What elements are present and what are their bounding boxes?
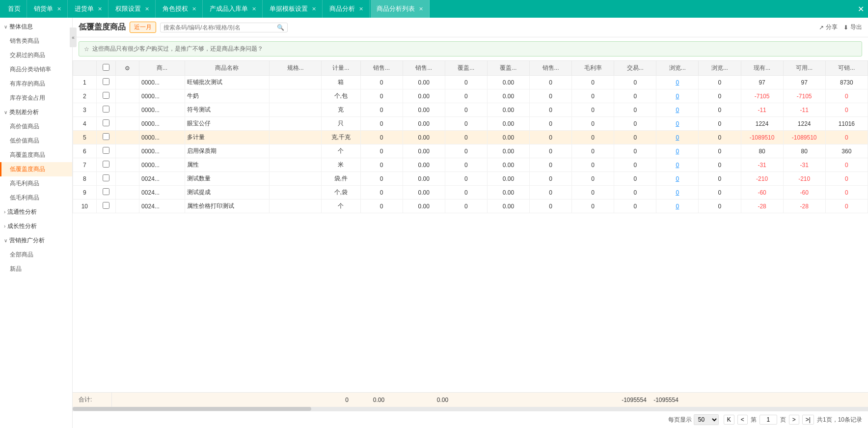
row-checkbox[interactable] bbox=[103, 106, 109, 113]
sidebar-item-all-goods[interactable]: 全部商品 bbox=[0, 248, 72, 262]
sidebar-item-high-profit[interactable]: 高毛利商品 bbox=[0, 176, 72, 191]
row-checkbox[interactable] bbox=[103, 92, 109, 99]
close-tab-permissions[interactable]: ✕ bbox=[145, 6, 149, 12]
col-cov1-header[interactable]: 覆盖... bbox=[445, 61, 487, 76]
sidebar-item-sales-rate[interactable]: 商品分类动销率 bbox=[0, 62, 72, 77]
col-checkbox[interactable] bbox=[96, 61, 116, 76]
cell-browse1[interactable]: 0 bbox=[656, 172, 699, 186]
col-trade-header[interactable]: 交易... bbox=[614, 61, 656, 76]
tab-templates[interactable]: 单据模板设置 ✕ bbox=[264, 0, 323, 18]
cell-browse1[interactable]: 0 bbox=[656, 158, 699, 172]
sidebar-item-high-coverage[interactable]: 高覆盖度商品 bbox=[0, 148, 72, 162]
row-checkbox[interactable] bbox=[103, 78, 109, 85]
row-checkbox[interactable] bbox=[103, 119, 109, 126]
cell-checkbox[interactable] bbox=[96, 200, 116, 213]
last-page-button[interactable]: >| bbox=[802, 415, 814, 425]
sidebar-section-category[interactable]: ∨ 类别差分析 bbox=[0, 105, 72, 119]
cell-browse1[interactable]: 0 bbox=[656, 117, 699, 131]
row-checkbox[interactable] bbox=[103, 147, 109, 154]
col-sales1-header[interactable]: 销售... bbox=[360, 61, 403, 76]
row-checkbox[interactable] bbox=[103, 202, 109, 209]
col-settings[interactable]: ⚙ bbox=[116, 61, 139, 76]
col-sales3-header[interactable]: 销售... bbox=[529, 61, 571, 76]
table-body: 1 0000... 旺铺批次测试 箱 0 0.00 0 0.00 0 0 0 0… bbox=[73, 76, 868, 213]
horizontal-scrollbar[interactable] bbox=[73, 407, 868, 411]
tab-permissions[interactable]: 权限设置 ✕ bbox=[109, 0, 156, 18]
share-button[interactable]: ↗ 分享 bbox=[819, 23, 838, 31]
col-unit-header[interactable]: 计量... bbox=[322, 61, 360, 76]
col-browse1-header[interactable]: 浏览... bbox=[656, 61, 699, 76]
scrollbar-thumb[interactable] bbox=[73, 407, 311, 411]
tab-analysis[interactable]: 商品分析 ✕ bbox=[324, 0, 370, 18]
row-checkbox[interactable] bbox=[103, 161, 109, 168]
col-browse2-header[interactable]: 浏览... bbox=[699, 61, 741, 76]
sidebar-item-inventory-goods[interactable]: 有库存的商品 bbox=[0, 77, 72, 91]
export-button[interactable]: ⬇ 导出 bbox=[843, 23, 862, 31]
col-cov2-header[interactable]: 覆盖... bbox=[487, 61, 529, 76]
close-all-tabs[interactable]: ✕ bbox=[858, 4, 864, 14]
sidebar-section-overview[interactable]: ∨ 整体信息 bbox=[0, 20, 72, 34]
col-name-header[interactable]: 商品名称 bbox=[185, 61, 269, 76]
cell-checkbox[interactable] bbox=[96, 117, 116, 131]
cell-checkbox[interactable] bbox=[96, 131, 116, 144]
sidebar-item-high-value[interactable]: 高价值商品 bbox=[0, 119, 72, 134]
tab-home[interactable]: 首页 bbox=[2, 0, 27, 18]
per-page-select[interactable]: 50 100 200 bbox=[694, 414, 719, 425]
cell-checkbox[interactable] bbox=[96, 158, 116, 172]
col-code-header[interactable]: 商... bbox=[139, 61, 185, 76]
tab-sales[interactable]: 销货单 ✕ bbox=[28, 0, 68, 18]
sidebar-item-low-coverage[interactable]: 低覆盖度商品 bbox=[0, 162, 72, 176]
cell-checkbox[interactable] bbox=[96, 103, 116, 117]
tab-products[interactable]: 产成品入库单 ✕ bbox=[204, 0, 263, 18]
close-tab-sales[interactable]: ✕ bbox=[57, 6, 61, 12]
cell-browse1[interactable]: 0 bbox=[656, 131, 699, 144]
row-checkbox[interactable] bbox=[103, 188, 109, 195]
cell-browse1[interactable]: 0 bbox=[656, 186, 699, 200]
col-sales2-header[interactable]: 销售... bbox=[403, 61, 445, 76]
sidebar-section-marketing[interactable]: ∨ 营销推广分析 bbox=[0, 233, 72, 248]
close-tab-analysis-list[interactable]: ✕ bbox=[419, 6, 423, 12]
cell-browse1[interactable]: 0 bbox=[656, 89, 699, 103]
cell-browse1[interactable]: 0 bbox=[656, 144, 699, 158]
tab-purchase[interactable]: 进货单 ✕ bbox=[69, 0, 108, 18]
close-tab-purchase[interactable]: ✕ bbox=[98, 6, 102, 12]
search-icon[interactable]: 🔍 bbox=[277, 24, 284, 31]
col-available-header[interactable]: 可用... bbox=[783, 61, 825, 76]
prev-page-button[interactable]: < bbox=[737, 415, 748, 425]
close-tab-analysis[interactable]: ✕ bbox=[359, 6, 363, 12]
sidebar-item-traded-goods[interactable]: 交易过的商品 bbox=[0, 48, 72, 62]
sidebar-collapse-button[interactable]: « bbox=[70, 28, 77, 47]
tab-roles[interactable]: 角色授权 ✕ bbox=[157, 0, 203, 18]
cell-checkbox[interactable] bbox=[96, 76, 116, 89]
close-tab-roles[interactable]: ✕ bbox=[192, 6, 196, 12]
sidebar-item-low-value[interactable]: 低价值商品 bbox=[0, 134, 72, 148]
page-number-input[interactable] bbox=[760, 415, 777, 425]
search-input[interactable] bbox=[163, 24, 275, 31]
col-gross-header[interactable]: 毛利率 bbox=[572, 61, 614, 76]
sidebar-item-sales-goods[interactable]: 销售类商品 bbox=[0, 34, 72, 48]
close-tab-products[interactable]: ✕ bbox=[252, 6, 256, 12]
cell-checkbox[interactable] bbox=[96, 144, 116, 158]
sidebar-item-low-profit[interactable]: 低毛利商品 bbox=[0, 191, 72, 205]
row-checkbox[interactable] bbox=[103, 174, 109, 181]
cell-checkbox[interactable] bbox=[96, 186, 116, 200]
tab-analysis-list[interactable]: 商品分析列表 ✕ bbox=[371, 0, 430, 18]
cell-browse1[interactable]: 0 bbox=[656, 200, 699, 213]
cell-browse1[interactable]: 0 bbox=[656, 76, 699, 89]
first-page-button[interactable]: K bbox=[724, 415, 734, 425]
sidebar-section-flow[interactable]: › 流通性分析 bbox=[0, 205, 72, 219]
close-tab-templates[interactable]: ✕ bbox=[312, 6, 316, 12]
col-current-header[interactable]: 现有... bbox=[741, 61, 783, 76]
col-saleable-header[interactable]: 可销... bbox=[825, 61, 868, 76]
cell-checkbox[interactable] bbox=[96, 172, 116, 186]
col-spec-header[interactable]: 规格... bbox=[270, 61, 322, 76]
filter-recent-month-button[interactable]: 近一月 bbox=[130, 22, 156, 33]
select-all-checkbox[interactable] bbox=[103, 64, 109, 71]
next-page-button[interactable]: > bbox=[789, 415, 799, 425]
cell-browse1[interactable]: 0 bbox=[656, 103, 699, 117]
row-checkbox[interactable] bbox=[103, 133, 109, 140]
sidebar-section-growth[interactable]: › 成长性分析 bbox=[0, 219, 72, 233]
sidebar-item-new-goods[interactable]: 新品 bbox=[0, 262, 72, 276]
sidebar-item-capital[interactable]: 库存资金占用 bbox=[0, 91, 72, 105]
cell-checkbox[interactable] bbox=[96, 89, 116, 103]
